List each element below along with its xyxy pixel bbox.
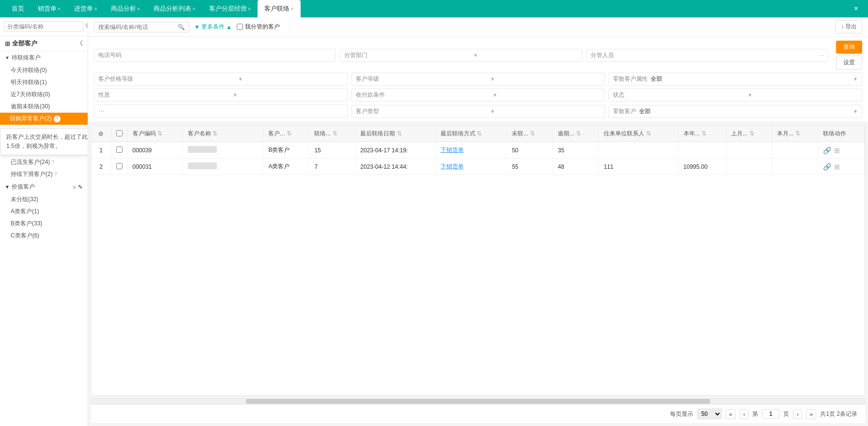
more-dots-icon[interactable]: ··· — [98, 107, 105, 116]
page-next-btn[interactable]: › — [793, 409, 802, 419]
nav-close-customer-mgmt[interactable]: × — [248, 6, 251, 12]
col-last-month[interactable]: 上月... ⇅ — [726, 126, 772, 142]
col-name[interactable]: 客户名称 ⇅ — [183, 126, 263, 142]
refresh-icon[interactable]: ○ — [73, 184, 76, 191]
retail-customer-field[interactable]: 零散客户 全部 ▼ — [609, 105, 862, 118]
check-all-checkbox[interactable] — [116, 130, 122, 136]
col-contact-count[interactable]: 联络... ⇅ — [309, 126, 355, 142]
payment-select[interactable]: ▼ — [385, 92, 601, 98]
nav-close-sales[interactable]: × — [58, 6, 61, 12]
sidebar-item-churned[interactable]: 已流失客户(24) ? — [0, 156, 88, 168]
tag-action-icon-1[interactable]: ⊞ — [834, 163, 840, 171]
nav-close-analysis-list[interactable]: × — [192, 6, 195, 12]
query-button[interactable]: 查询 — [836, 41, 862, 54]
col-contact-person[interactable]: 往来单位联系人 ⇅ — [599, 126, 678, 142]
dots-icon[interactable]: ··· — [819, 52, 824, 59]
tag-action-icon-0[interactable]: ⊞ — [834, 147, 840, 154]
status-field[interactable]: 状态 ▼ — [609, 88, 862, 102]
customer-level-field[interactable]: 客户等级 ▼ — [351, 73, 605, 86]
chevron-up-icon: ▲ — [226, 24, 232, 30]
page-prev-btn[interactable]: ‹ — [740, 409, 748, 419]
customer-level-select[interactable]: ▼ — [380, 76, 601, 82]
page-first-btn[interactable]: « — [726, 409, 736, 419]
nature-select[interactable]: ▼ — [122, 92, 343, 98]
chevron-down-icon-2: ▼ — [238, 76, 343, 82]
pending-contact-group[interactable]: ▼ 待联络客户 — [0, 51, 88, 64]
col-this-year[interactable]: 本年... ⇅ — [678, 126, 726, 142]
window-close-button[interactable]: × — [849, 4, 863, 13]
nav-item-customer-contact[interactable]: 客户联络 × — [258, 0, 300, 17]
sidebar-item-tomorrow[interactable]: 明天待联络(1) — [0, 76, 88, 88]
dots-field[interactable]: ··· — [94, 104, 348, 118]
collapse-sidebar-icon[interactable]: 《 — [76, 39, 83, 48]
nav-item-analysis[interactable]: 商品分析 × — [104, 0, 147, 17]
settings-button[interactable]: 设置 — [836, 56, 862, 70]
edit-icon[interactable]: ✎ — [78, 184, 83, 191]
customer-type-select[interactable]: ▼ — [380, 109, 601, 114]
arrow-down-icon-2: ▼ — [5, 184, 10, 190]
sidebar-item-abnormal-repurchase[interactable]: 回购异常客户(2) ? — [0, 113, 88, 125]
search-input[interactable] — [98, 24, 176, 30]
col-no-contact[interactable]: 未联... ⇅ — [507, 126, 553, 142]
col-overdue[interactable]: 逾期... ⇅ — [553, 126, 599, 142]
col-last-date[interactable]: 最后联络日期 ⇅ — [355, 126, 435, 142]
horizontal-scrollbar[interactable] — [91, 398, 865, 404]
sidebar-item-declining[interactable]: 持续下滑客户(2) ? — [0, 168, 88, 180]
dept-select[interactable]: ▼ — [368, 53, 578, 58]
export-btn-wrap: ↑ 导出 — [836, 20, 862, 33]
sidebar-item-overdue[interactable]: 逾期未联络(30) — [0, 101, 88, 113]
link-action-icon-1[interactable]: 🔗 — [823, 163, 831, 171]
nav-item-sales[interactable]: 销货单 × — [31, 0, 67, 17]
customer-type-field[interactable]: 客户类型 ▼ — [351, 105, 605, 118]
nav-item-purchase[interactable]: 进货单 × — [67, 0, 104, 17]
col-code[interactable]: 客户编码 ⇅ — [127, 126, 183, 142]
col-check[interactable] — [111, 126, 127, 142]
nature-field[interactable]: 性质 ▼ — [94, 88, 348, 102]
settings-icon[interactable]: ⚙ — [98, 131, 104, 137]
my-customers-checkbox-wrap[interactable]: 我分管的客户 — [237, 23, 280, 31]
sidebar-item-c-class[interactable]: C类客户(6) — [0, 230, 88, 242]
dept-field[interactable]: 分管部门 ▼ — [340, 49, 582, 62]
search-icon[interactable]: 🔍 — [178, 24, 185, 30]
nav-close-customer-contact[interactable]: × — [290, 6, 293, 12]
nav-item-home[interactable]: 首页 — [5, 0, 31, 17]
row-checkbox-1[interactable] — [116, 163, 122, 169]
col-level[interactable]: 客户... ⇅ — [263, 126, 309, 142]
page-number-input[interactable] — [762, 409, 779, 419]
person-field[interactable]: 分管人员 ··· — [586, 49, 828, 62]
price-level-field[interactable]: 客户价格等级 ▼ — [94, 73, 348, 86]
sidebar-item-ungroup[interactable]: 未分组(32) — [0, 193, 88, 206]
col-settings[interactable]: ⚙ — [91, 126, 111, 142]
more-conditions-btn[interactable]: ▼ 更多条件 ▲ — [194, 23, 232, 31]
row-checkbox-0[interactable] — [116, 147, 122, 153]
payment-field[interactable]: 收付款条件 ▼ — [351, 88, 605, 102]
link-action-icon-0[interactable]: 🔗 — [823, 147, 831, 154]
per-page-select[interactable]: 50 20 100 — [697, 409, 722, 419]
nav-item-analysis-list[interactable]: 商品分析列表 × — [147, 0, 202, 17]
chevron-down-icon: ▼ — [473, 53, 578, 58]
row-last-date-0: 2023-04-17 14:19: — [355, 142, 435, 159]
sidebar-item-7days[interactable]: 近7天待联络(0) — [0, 88, 88, 101]
page-last-btn[interactable]: » — [806, 409, 816, 419]
scrollbar-thumb[interactable] — [246, 399, 710, 404]
sidebar-item-today[interactable]: 今天待联络(0) — [0, 64, 88, 76]
phone-input[interactable] — [122, 52, 332, 59]
top-nav: 首页 销货单 × 进货单 × 商品分析 × 商品分析列表 × 客户分层经营 × … — [0, 0, 868, 17]
row-last-method-1[interactable]: 下销货单 — [435, 159, 507, 175]
sidebar-item-b-class[interactable]: B类客户(33) — [0, 218, 88, 230]
sort-icon-level: ⇅ — [287, 130, 291, 137]
col-last-method[interactable]: 最后联络方式 ⇅ — [435, 126, 507, 142]
nav-item-customer-mgmt[interactable]: 客户分层经营 × — [202, 0, 258, 17]
sidebar-search-input[interactable] — [4, 21, 83, 32]
nav-close-purchase[interactable]: × — [94, 6, 97, 12]
nav-close-analysis[interactable]: × — [137, 6, 140, 12]
row-last-method-0[interactable]: 下销货单 — [435, 142, 507, 159]
value-customers-group[interactable]: ▼ 价值客户 ○ ✎ — [0, 180, 88, 193]
col-this-month[interactable]: 本月... ⇅ — [772, 126, 818, 142]
export-button[interactable]: ↑ 导出 — [836, 20, 862, 33]
status-select[interactable]: ▼ — [637, 92, 858, 98]
my-customers-checkbox[interactable] — [237, 24, 243, 30]
retail-attr-field[interactable]: 零散客户属性 全部 ▼ — [609, 73, 862, 86]
price-level-select[interactable]: ▼ — [133, 76, 343, 82]
sidebar-item-a-class[interactable]: A类客户(1) — [0, 206, 88, 218]
